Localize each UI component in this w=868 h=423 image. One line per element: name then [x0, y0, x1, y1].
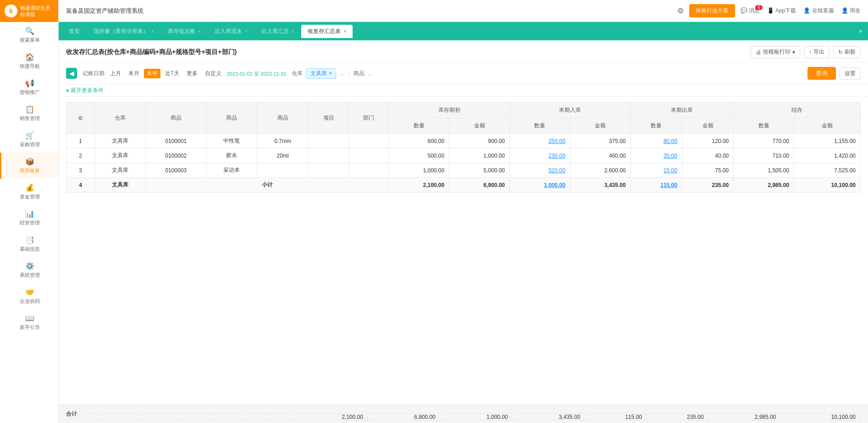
date-btn-本月[interactable]: 本月	[126, 69, 142, 78]
tab-close-batch-ledger[interactable]: ×	[198, 29, 201, 34]
subtotal-open-amt: 6,900.00	[449, 178, 510, 192]
total-open-qty: 2,100.00	[296, 413, 368, 420]
refresh-button[interactable]: ↻ 刷新	[833, 46, 861, 58]
query-button[interactable]: 查询	[807, 67, 836, 80]
logo: 6 畅捷通好生意 标准版	[0, 0, 58, 22]
online-support[interactable]: 👤 在线客服	[803, 7, 834, 15]
sidebar-item-search[interactable]: 🔍 搜索菜单	[0, 22, 58, 48]
subtotal-label: 小计	[146, 178, 389, 192]
cell-bal-amt: 7,525.00	[794, 163, 861, 178]
tabbar-close-button[interactable]: ×	[857, 26, 864, 37]
sidebar-item-finance[interactable]: 💰 资金管理	[0, 179, 58, 205]
cell-in-qty[interactable]: 230.00	[510, 148, 570, 163]
sidebar-item-inventory[interactable]: 📦 库存核算	[0, 153, 58, 179]
filter-bar: ◀ 记账日期 上月本月本年近7天更多自定义 2023-01-01 至 2023-…	[59, 62, 868, 85]
table-row: 2 文具库 0100002 胶水 20ml 500.00 1,000.00 23…	[66, 148, 861, 163]
date-btn-近7天[interactable]: 近7天	[162, 69, 182, 78]
cell-out-qty[interactable]: 15.00	[630, 163, 682, 178]
cell-in-qty[interactable]: 520.00	[510, 163, 570, 178]
col-out-amt: 金额	[682, 118, 733, 134]
date-btn-更多[interactable]: 更多	[184, 69, 200, 78]
col-spec: 商品	[257, 103, 308, 134]
tab-inout-flow[interactable]: 出入库流水×	[208, 25, 254, 38]
expand-button[interactable]: ▾ 展开更多条件	[66, 87, 104, 94]
marketing-icon: 📢	[25, 79, 34, 88]
tab-close-inout-flow[interactable]: ×	[245, 29, 248, 34]
warehouse-more[interactable]: ...	[340, 70, 344, 77]
warehouse-tag-close[interactable]: ×	[329, 70, 332, 77]
sidebar-item-guide[interactable]: 📖 新手引导	[0, 309, 58, 335]
date-filter-group: 记账日期 上月本月本年近7天更多自定义 2023-01-01 至 2023-12…	[83, 69, 286, 78]
total-open-amt: 6,900.00	[368, 413, 440, 420]
app-download[interactable]: 📱 App下载	[767, 7, 796, 15]
sidebar-item-collab[interactable]: 🤝 企业协同	[0, 283, 58, 309]
sidebar-item-operations[interactable]: 📊 经营管理	[0, 205, 58, 231]
col-group-bal: 结存	[734, 103, 861, 118]
tab-label-batch-ledger: 库存批次账	[168, 27, 195, 35]
sidebar-item-marketing[interactable]: 📢 营销推广	[0, 74, 58, 100]
tab-close-recv-send-summary[interactable]: ×	[343, 29, 346, 34]
sidebar-item-sales[interactable]: 📋 销售管理	[0, 100, 58, 126]
refresh-icon: ↻	[838, 49, 843, 55]
total-out-amt: 235.00	[647, 413, 709, 420]
tab-label-inout-summary: 出入库汇总	[261, 27, 289, 35]
total-out-qty: 115.00	[585, 413, 647, 420]
sidebar-item-system[interactable]: ⚙️ 系统管理	[0, 257, 58, 283]
sidebar-label-base: 基础信息	[20, 246, 40, 253]
trial-button[interactable]: 体验行业方案	[689, 4, 735, 17]
cell-in-qty[interactable]: 250.00	[510, 134, 570, 148]
date-btn-本年[interactable]: 本年	[144, 69, 160, 78]
subtotal-in-qty[interactable]: 1,000.00	[510, 178, 570, 192]
chevron-down-icon: ▾	[792, 49, 795, 55]
tab-inventory-dist[interactable]: 现存量（库存分布表）×	[87, 25, 160, 38]
date-btn-上月[interactable]: 上月	[107, 69, 124, 78]
goods-more[interactable]: ...	[368, 70, 373, 77]
base-icon: 📑	[25, 236, 34, 244]
guide-icon: 📖	[25, 314, 34, 323]
cell-open-amt: 5,000.00	[449, 163, 510, 178]
cell-bal-qty: 710.00	[734, 148, 794, 163]
sidebar-item-quicknav[interactable]: 🏠 快捷导航	[0, 48, 58, 74]
filter-settings-button[interactable]: 设置	[840, 67, 861, 80]
cell-out-amt: 75.00	[682, 163, 733, 178]
warehouse-tag[interactable]: 文具库 ×	[306, 68, 336, 79]
page-title: 收发存汇总表(按仓库+商品编码+商品+规格型号+项目+部门)	[66, 48, 237, 56]
cell-project	[309, 134, 349, 148]
settings-icon[interactable]: ⚙	[677, 6, 684, 15]
sidebar-item-base[interactable]: 📑 基础信息	[0, 231, 58, 257]
export-button[interactable]: ↑ 导出	[804, 46, 829, 58]
tab-batch-ledger[interactable]: 库存批次账×	[161, 25, 207, 38]
filter-toggle-button[interactable]: ◀	[66, 68, 77, 79]
cell-warehouse: 文具库	[95, 148, 146, 163]
tab-close-inout-summary[interactable]: ×	[292, 29, 294, 34]
print-button[interactable]: 🖨 按模板打印 ▾	[751, 46, 800, 58]
cell-out-qty[interactable]: 80.00	[630, 134, 682, 148]
date-buttons: 上月本月本年近7天更多自定义	[107, 69, 224, 78]
messages-badge[interactable]: 💬 消息 6	[741, 7, 760, 15]
expand-icon: ▾	[66, 88, 69, 94]
subtotal-warehouse: 文具库	[95, 178, 146, 192]
subtotal-out-qty[interactable]: 115.00	[630, 178, 682, 192]
topbar-right: 💬 消息 6 📱 App下载 👤 在线客服 👤 用友	[741, 7, 861, 15]
tab-close-inventory-dist[interactable]: ×	[151, 29, 154, 34]
cell-bal-amt: 1,420.00	[794, 148, 861, 163]
total-label: 合计	[66, 410, 77, 418]
sidebar-item-purchase[interactable]: 🛒 采购管理	[0, 126, 58, 153]
cell-code: 0100001	[146, 134, 206, 148]
date-btn-自定义[interactable]: 自定义	[202, 69, 224, 78]
finance-icon: 💰	[25, 183, 34, 192]
tab-home[interactable]: 首页	[62, 25, 86, 38]
goods-filter-label: 商品	[354, 70, 365, 77]
tab-inout-summary[interactable]: 出入库汇总×	[255, 25, 301, 38]
sidebar-label-inventory: 库存核算	[20, 167, 40, 174]
user-menu[interactable]: 👤 用友	[841, 7, 861, 15]
cell-no: 1	[66, 134, 95, 148]
cell-open-qty: 500.00	[389, 148, 449, 163]
col-settings[interactable]: ⚙	[66, 103, 95, 134]
tab-recv-send-summary[interactable]: 收发存汇总表×	[301, 25, 353, 38]
tabbar: 首页现存量（库存分布表）×库存批次账×出入库流水×出入库汇总×收发存汇总表××	[59, 22, 868, 40]
cell-out-qty[interactable]: 20.00	[630, 148, 682, 163]
cell-open-amt: 1,000.00	[449, 148, 510, 163]
total-table: 2,100.00 6,900.00 1,000.00 3,435.00 115.…	[84, 413, 861, 421]
total-bal-qty: 2,985.00	[708, 413, 781, 420]
